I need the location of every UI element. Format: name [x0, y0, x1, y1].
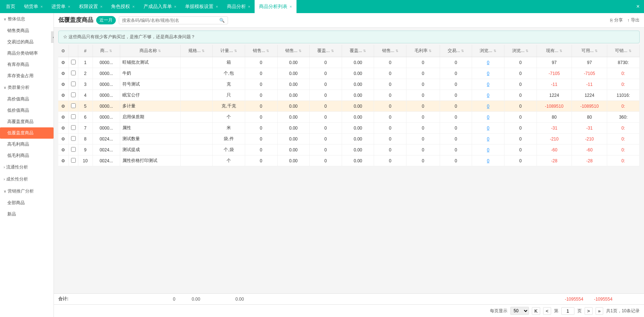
gross-rate-column-header[interactable]: 毛利率 ⇅ [407, 45, 440, 57]
settings-cell[interactable]: ⚙ [58, 134, 68, 144]
checkbox-cell[interactable] [68, 155, 78, 166]
nav-tab-warehouse[interactable]: 产成品入库单 × [139, 0, 181, 13]
row-spec [180, 79, 213, 90]
sidebar-item-low-margin[interactable]: 低毛利商品 [0, 150, 54, 161]
export-button[interactable]: ↑ 导出 [627, 17, 640, 23]
sidebar-item-sales-goods[interactable]: 销售类商品 [0, 25, 54, 36]
nav-tab-analysis-list[interactable]: 商品分析列表 × [255, 0, 296, 13]
nav-tab-role[interactable]: 角色授权 × [107, 0, 139, 13]
sidebar-item-high-value[interactable]: 高价值商品 [0, 94, 54, 105]
row-sales-qty: 0 [245, 101, 277, 112]
row-browse1[interactable]: 0 [472, 57, 504, 68]
settings-cell[interactable]: ⚙ [58, 68, 68, 79]
close-icon[interactable]: × [248, 4, 250, 9]
row-browse1[interactable]: 0 [472, 90, 504, 101]
close-icon[interactable]: × [68, 4, 70, 9]
sidebar-item-all-goods[interactable]: 全部商品 [0, 197, 54, 209]
settings-cell[interactable]: ⚙ [58, 112, 68, 123]
sidebar-item-inventory-funds[interactable]: 库存资金占用 [0, 70, 54, 82]
current-column-header[interactable]: 现有... ⇅ [537, 45, 572, 57]
last-page-button[interactable]: » [596, 307, 603, 315]
settings-cell[interactable]: ⚙ [58, 155, 68, 166]
checkbox-cell[interactable] [68, 57, 78, 68]
settings-cell[interactable]: ⚙ [58, 123, 68, 134]
nav-tab-analysis[interactable]: 商品分析 × [223, 0, 255, 13]
page-input[interactable] [561, 307, 574, 315]
sidebar-section-flow[interactable]: › 流通性分析 [0, 161, 54, 173]
row-browse1[interactable]: 0 [472, 155, 504, 166]
checkbox-cell[interactable] [68, 123, 78, 134]
row-cover-amt: 0.00 [342, 57, 374, 68]
nav-tab-home[interactable]: 首页 [1, 0, 20, 13]
trade-column-header[interactable]: 交易... ⇅ [440, 45, 472, 57]
close-icon[interactable]: × [40, 4, 43, 9]
search-icon[interactable]: 🔍 [219, 18, 225, 23]
spec-column-header[interactable]: 规格... ⇅ [180, 45, 213, 57]
nav-tab-template[interactable]: 单据模板设置 × [181, 0, 222, 13]
sidebar-item-low-coverage[interactable]: 低覆盖度商品 [0, 127, 54, 139]
row-cover-amt: 0.00 [342, 90, 374, 101]
sidebar-item-high-coverage[interactable]: 高覆盖度商品 [0, 116, 54, 127]
available-column-header[interactable]: 可用... ⇅ [572, 45, 607, 57]
unit-column-header[interactable]: 计量... ⇅ [213, 45, 245, 57]
close-icon[interactable]: × [174, 4, 176, 9]
checkbox-cell[interactable] [68, 101, 78, 112]
sidebar-section-growth[interactable]: › 成长性分析 [0, 173, 54, 185]
cover-qty-column-header[interactable]: 覆盖... ⇅ [310, 45, 342, 57]
sidebar-item-stocked-goods[interactable]: 有库存商品 [0, 59, 54, 70]
close-icon[interactable]: × [290, 4, 292, 9]
close-all-button[interactable]: × [633, 3, 643, 10]
next-page-button[interactable]: > [585, 307, 593, 315]
sidebar-item-high-margin[interactable]: 高毛利商品 [0, 139, 54, 150]
name-column-header[interactable]: 商品名称 ⇅ [120, 45, 181, 57]
row-sales-amt: 0.00 [277, 144, 310, 155]
page-size-select[interactable]: 50 100 200 [510, 307, 529, 315]
sidebar-section-category[interactable]: ∨ 类群量分析 [0, 82, 54, 94]
close-icon[interactable]: × [216, 4, 218, 9]
sidebar-item-new-goods[interactable]: 新品 [0, 209, 54, 220]
code-column-header[interactable]: 商... ⇅ [93, 45, 120, 57]
checkbox-cell[interactable] [68, 144, 78, 155]
checkbox-cell[interactable] [68, 134, 78, 144]
settings-cell[interactable]: ⚙ [58, 79, 68, 90]
browse2-column-header[interactable]: 浏览... ⇅ [504, 45, 537, 57]
settings-cell[interactable]: ⚙ [58, 144, 68, 155]
checkbox-cell[interactable] [68, 90, 78, 101]
settings-cell[interactable]: ⚙ [58, 90, 68, 101]
checkbox-cell[interactable] [68, 79, 78, 90]
share-button[interactable]: ⎘ 分享 [610, 17, 623, 23]
sidebar-section-marketing[interactable]: ∨ 营销推广分析 [0, 185, 54, 197]
checkbox-cell[interactable] [68, 68, 78, 79]
row-browse1[interactable]: 0 [472, 112, 504, 123]
checkbox-cell[interactable] [68, 112, 78, 123]
search-input[interactable] [122, 18, 218, 23]
sellable-column-header[interactable]: 可销... ⇅ [607, 45, 640, 57]
settings-cell[interactable]: ⚙ [58, 57, 68, 68]
nav-tab-permission[interactable]: 权限设置 × [75, 0, 107, 13]
sidebar-collapse-btn[interactable]: « [51, 31, 54, 43]
nav-tab-sales[interactable]: 销货单 × [20, 0, 47, 13]
sidebar-item-category-rate[interactable]: 商品分类动销率 [0, 48, 54, 59]
sales-cnt-column-header[interactable]: 销售... ⇅ [374, 45, 407, 57]
nav-tab-purchase[interactable]: 进货单 × [47, 0, 74, 13]
period-btn-month[interactable]: 近一月 [96, 16, 116, 24]
sales-qty-column-header[interactable]: 销售... ⇅ [245, 45, 277, 57]
close-icon[interactable]: × [100, 4, 102, 9]
row-browse1[interactable]: 0 [472, 101, 504, 112]
sidebar-item-traded-goods[interactable]: 交易过的商品 [0, 36, 54, 48]
close-icon[interactable]: × [132, 4, 134, 9]
sidebar-item-low-value[interactable]: 低价值商品 [0, 105, 54, 116]
browse1-column-header[interactable]: 浏览... ⇅ [472, 45, 504, 57]
prev-page-button[interactable]: < [543, 307, 551, 315]
row-browse1[interactable]: 0 [472, 134, 504, 144]
row-browse1[interactable]: 0 [472, 144, 504, 155]
sidebar-section-overall[interactable]: ∨ 整体信息 [0, 13, 54, 25]
settings-cell[interactable]: ⚙ [58, 101, 68, 112]
sales-amt-column-header[interactable]: 销售... ⇅ [277, 45, 310, 57]
cover-amt-column-header[interactable]: 覆盖... ⇅ [342, 45, 374, 57]
row-browse1[interactable]: 0 [472, 79, 504, 90]
row-browse1[interactable]: 0 [472, 123, 504, 134]
settings-column-header[interactable]: ⚙ [58, 45, 68, 57]
first-page-button[interactable]: K [532, 307, 540, 315]
row-browse1[interactable]: 0 [472, 68, 504, 79]
